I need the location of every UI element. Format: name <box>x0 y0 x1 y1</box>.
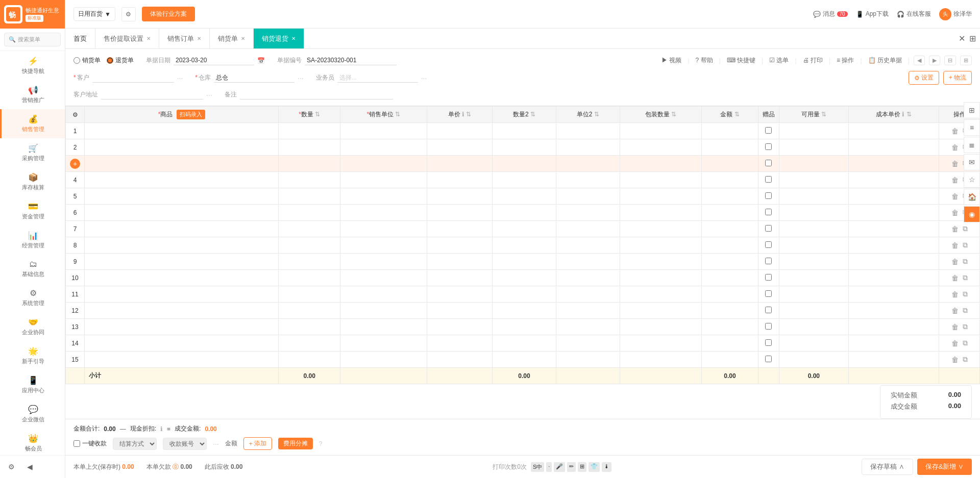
qty2-cell[interactable] <box>493 156 556 172</box>
gift-checkbox[interactable] <box>765 176 772 183</box>
unit2-cell[interactable] <box>556 270 620 286</box>
copy-row-btn[interactable]: ⧉ <box>962 321 969 332</box>
pack-cell[interactable] <box>620 139 701 156</box>
price-cell[interactable] <box>427 139 492 156</box>
amount-cell[interactable] <box>701 221 758 237</box>
unit2-cell[interactable] <box>556 123 620 139</box>
unit2-sort-icon[interactable]: ⇅ <box>594 111 599 118</box>
pack-cell[interactable] <box>620 237 701 254</box>
price-cell[interactable] <box>427 351 492 368</box>
amount-cell[interactable] <box>701 172 758 188</box>
sidebar-item-purchase[interactable]: 🛒 采购管理 <box>0 138 65 167</box>
product-cell[interactable] <box>85 286 279 303</box>
save-new-button[interactable]: 保存&新增 ∨ <box>917 459 972 475</box>
product-cell[interactable] <box>85 319 279 335</box>
cost-cell[interactable] <box>848 156 939 172</box>
qty-cell[interactable] <box>279 319 340 335</box>
delete-row-btn[interactable]: 🗑 <box>950 240 960 250</box>
unit2-cell[interactable] <box>556 335 620 351</box>
qty2-cell[interactable] <box>493 351 556 368</box>
tab-sales-delivery[interactable]: 销货单 ✕ <box>210 29 254 48</box>
cost-cell[interactable] <box>848 335 939 351</box>
ime-btn-5[interactable]: ⊞ <box>578 462 586 472</box>
gift-checkbox[interactable] <box>765 127 772 134</box>
close-price-setting-icon[interactable]: ✕ <box>146 36 151 41</box>
copy-row-btn[interactable]: ⧉ <box>962 305 969 316</box>
product-cell[interactable] <box>85 156 279 172</box>
copy-row-btn[interactable]: ⧉ <box>962 240 969 250</box>
amount-cell[interactable] <box>701 188 758 205</box>
price-cell[interactable] <box>427 156 492 172</box>
settings-form-btn[interactable]: ⚙ 设置 <box>909 71 939 85</box>
delete-row-btn[interactable]: 🗑 <box>950 256 960 267</box>
product-cell[interactable] <box>85 139 279 156</box>
pack-cell[interactable] <box>620 156 701 172</box>
avail-cell[interactable] <box>779 156 848 172</box>
history-btn[interactable]: 📋 历史单据 <box>866 55 904 66</box>
delete-row-btn[interactable]: 🗑 <box>950 321 960 332</box>
unit-sort-icon[interactable]: ⇅ <box>395 111 400 118</box>
avail-cell[interactable] <box>779 172 848 188</box>
copy-row-btn[interactable]: ⧉ <box>962 289 969 299</box>
qty2-cell[interactable] <box>493 286 556 303</box>
calendar-icon[interactable]: 📅 <box>257 57 265 64</box>
account-select[interactable]: 收款账号 <box>163 438 207 450</box>
qty2-cell[interactable] <box>493 254 556 270</box>
qty2-cell[interactable] <box>493 221 556 237</box>
product-input-active[interactable] <box>89 160 274 167</box>
ime-btn-3[interactable]: 🎤 <box>554 462 565 472</box>
product-cell[interactable] <box>85 303 279 319</box>
unit-cell[interactable] <box>340 254 427 270</box>
delete-row-btn[interactable]: 🗑 <box>950 223 960 234</box>
close-sales-delivery-icon[interactable]: ✕ <box>241 36 245 41</box>
close-sales-order-icon[interactable]: ✕ <box>197 36 201 41</box>
pack-cell[interactable] <box>620 286 701 303</box>
pack-cell[interactable] <box>620 303 701 319</box>
qty-cell[interactable] <box>279 254 340 270</box>
collapse-button[interactable]: ◀ <box>22 460 37 474</box>
price-cell[interactable] <box>427 205 492 221</box>
amount-cell[interactable] <box>701 205 758 221</box>
qty-cell[interactable] <box>279 188 340 205</box>
quick-btn-5[interactable]: ☆ <box>964 171 980 188</box>
quick-btn-7[interactable]: ◉ <box>964 206 980 222</box>
amount-sort-icon[interactable]: ⇅ <box>734 111 740 118</box>
qty-cell[interactable] <box>279 205 340 221</box>
gift-checkbox[interactable] <box>765 307 772 313</box>
copy-row-btn[interactable]: ⧉ <box>962 272 969 283</box>
sidebar-item-system[interactable]: ⚙ 系统管理 <box>0 283 65 312</box>
delete-row-btn[interactable]: 🗑 <box>950 125 960 136</box>
unit2-cell[interactable] <box>556 254 620 270</box>
unit-cell[interactable] <box>340 139 427 156</box>
gift-checkbox[interactable] <box>765 241 772 248</box>
unit-cell[interactable] <box>340 286 427 303</box>
unit-cell[interactable] <box>340 123 427 139</box>
avail-cell[interactable] <box>779 254 848 270</box>
amount-cell[interactable] <box>701 270 758 286</box>
unit-cell[interactable] <box>340 237 427 254</box>
price-cell[interactable] <box>427 172 492 188</box>
search-menu-button[interactable]: 🔍 搜索菜单 <box>4 33 61 46</box>
cost-cell[interactable] <box>848 205 939 221</box>
salesperson-input[interactable] <box>337 73 418 83</box>
fenyong-btn[interactable]: 费用分摊 <box>278 438 313 449</box>
product-input[interactable] <box>89 127 274 135</box>
avail-cell[interactable] <box>779 139 848 156</box>
unit-cell[interactable] <box>340 188 427 205</box>
cost-cell[interactable] <box>848 254 939 270</box>
warehouse-select-btn[interactable]: ··· <box>298 74 304 82</box>
pack-cell[interactable] <box>620 254 701 270</box>
delete-row-btn[interactable]: 🗑 <box>950 207 960 218</box>
quick-btn-3[interactable]: ≣ <box>964 137 980 153</box>
copy-row-btn[interactable]: ⧉ <box>962 338 969 348</box>
price-cell[interactable] <box>427 254 492 270</box>
qty-cell[interactable] <box>279 351 340 368</box>
price-sort-icon[interactable]: ⇅ <box>466 111 471 118</box>
remark-input[interactable] <box>240 90 393 99</box>
price-cell[interactable] <box>427 123 492 139</box>
gift-checkbox[interactable] <box>765 160 772 166</box>
video-btn[interactable]: ▶ 视频 <box>659 55 683 66</box>
qty2-cell[interactable] <box>493 139 556 156</box>
save-draft-button[interactable]: 保存草稿 ∧ <box>862 459 913 475</box>
user-info[interactable]: 头 徐泽华 <box>939 8 972 20</box>
